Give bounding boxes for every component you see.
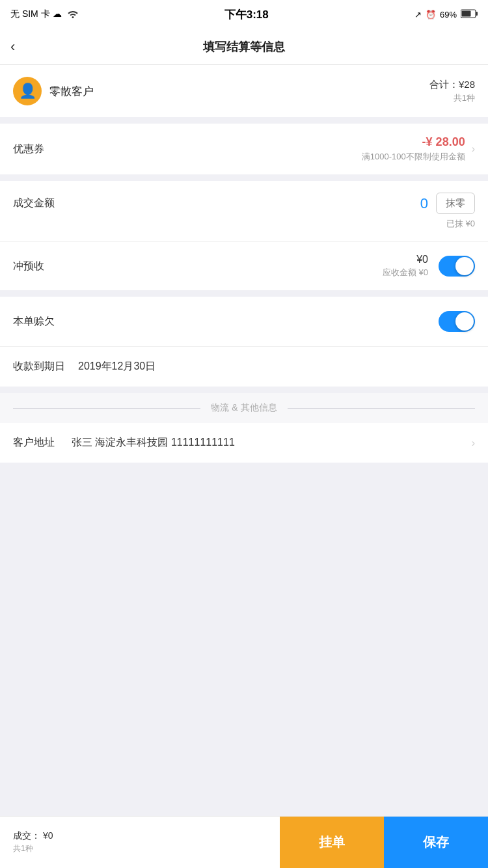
summary-deal-label: 成交： bbox=[13, 830, 40, 841]
logistics-section-header: 物流 & 其他信息 bbox=[0, 393, 488, 423]
location-icon: ↗ bbox=[414, 10, 422, 20]
coupon-discount: -¥ 28.00 bbox=[362, 135, 465, 149]
bottom-summary: 成交： ¥0 共1种 bbox=[0, 830, 280, 854]
deal-subtext: 已抹 ¥0 bbox=[13, 218, 475, 230]
deal-label: 成交金额 bbox=[13, 197, 55, 210]
status-left: 无 SIM 卡 ☁ bbox=[10, 8, 79, 20]
customer-total: 合计：¥28 bbox=[429, 79, 475, 91]
content: 👤 零散客户 合计：¥28 共1种 优惠券 -¥ 28.00 满1000-100… bbox=[0, 65, 488, 534]
toggle-knob bbox=[455, 257, 474, 275]
status-bar: 无 SIM 卡 ☁ 下午3:18 ↗ ⏰ 69% bbox=[0, 0, 488, 29]
prepay-row: 冲预收 ¥0 应收金额 ¥0 bbox=[0, 241, 488, 290]
section-line-left bbox=[13, 408, 200, 409]
deal-top: 成交金额 抹零 bbox=[13, 193, 475, 214]
round-zero-button[interactable]: 抹零 bbox=[436, 193, 475, 214]
person-icon: 👤 bbox=[19, 83, 36, 100]
svg-rect-1 bbox=[476, 12, 478, 16]
credit-toggle[interactable] bbox=[439, 311, 475, 332]
due-date-label: 收款到期日 bbox=[13, 360, 65, 373]
prepay-amount: ¥0 bbox=[383, 254, 428, 265]
customer-left: 👤 零散客户 bbox=[13, 77, 94, 105]
battery-icon bbox=[461, 9, 478, 20]
back-button[interactable]: ‹ bbox=[10, 38, 15, 55]
transaction-card: 成交金额 抹零 已抹 ¥0 冲预收 ¥0 应收金额 ¥0 bbox=[0, 181, 488, 290]
credit-row: 本单赊欠 bbox=[0, 297, 488, 346]
customer-row: 👤 零散客户 合计：¥28 共1种 bbox=[0, 65, 488, 117]
status-right: ↗ ⏰ 69% bbox=[414, 9, 478, 20]
section-line-right bbox=[288, 408, 475, 409]
deal-row: 成交金额 抹零 已抹 ¥0 bbox=[0, 181, 488, 241]
status-time: 下午3:18 bbox=[224, 7, 269, 22]
address-label: 客户地址 bbox=[13, 436, 65, 450]
page-title: 填写结算等信息 bbox=[203, 39, 285, 55]
due-date-row: 收款到期日 2019年12月30日 bbox=[0, 346, 488, 387]
coupon-subtext: 满1000-100不限制使用金额 bbox=[362, 151, 465, 163]
battery-label: 69% bbox=[440, 10, 457, 20]
nav-bar: ‹ 填写结算等信息 bbox=[0, 29, 488, 65]
credit-label: 本单赊欠 bbox=[13, 315, 55, 329]
save-button[interactable]: 保存 bbox=[384, 817, 488, 869]
no-sim-label: 无 SIM 卡 ☁ bbox=[10, 8, 62, 20]
prepay-toggle[interactable] bbox=[439, 256, 475, 277]
prepay-subtext: 应收金额 ¥0 bbox=[383, 267, 428, 278]
due-date-value: 2019年12月30日 bbox=[78, 360, 156, 373]
address-chevron-icon: › bbox=[472, 437, 475, 449]
chevron-right-icon: › bbox=[472, 143, 475, 155]
address-row[interactable]: 客户地址 张三 海淀永丰科技园 11111111111 › bbox=[0, 423, 488, 463]
prepay-right: ¥0 应收金额 ¥0 bbox=[383, 254, 475, 278]
coupon-right: -¥ 28.00 满1000-100不限制使用金额 › bbox=[362, 135, 475, 163]
bottom-bar: 成交： ¥0 共1种 挂单 保存 bbox=[0, 816, 488, 868]
credit-toggle-knob bbox=[455, 312, 474, 331]
customer-avatar: 👤 bbox=[13, 77, 42, 105]
address-value: 张三 海淀永丰科技园 11111111111 bbox=[72, 436, 472, 450]
hang-order-button[interactable]: 挂单 bbox=[280, 817, 384, 869]
bottom-summary-count: 共1种 bbox=[13, 843, 267, 854]
deal-right: 抹零 bbox=[376, 193, 475, 214]
address-card: 客户地址 张三 海淀永丰科技园 11111111111 › bbox=[0, 423, 488, 463]
prepay-values: ¥0 应收金额 ¥0 bbox=[383, 254, 428, 278]
credit-card: 本单赊欠 收款到期日 2019年12月30日 bbox=[0, 297, 488, 387]
customer-card: 👤 零散客户 合计：¥28 共1种 bbox=[0, 65, 488, 117]
deal-amount-input[interactable] bbox=[376, 195, 428, 212]
customer-name: 零散客户 bbox=[49, 84, 94, 99]
bottom-summary-label: 成交： ¥0 bbox=[13, 830, 267, 842]
coupon-row[interactable]: 优惠券 -¥ 28.00 满1000-100不限制使用金额 › bbox=[0, 124, 488, 174]
alarm-icon: ⏰ bbox=[426, 10, 436, 20]
logistics-label: 物流 & 其他信息 bbox=[211, 402, 277, 414]
coupon-card: 优惠券 -¥ 28.00 满1000-100不限制使用金额 › bbox=[0, 124, 488, 174]
coupon-label: 优惠券 bbox=[13, 142, 44, 156]
prepay-label: 冲预收 bbox=[13, 260, 44, 273]
svg-rect-2 bbox=[462, 10, 471, 16]
customer-count: 共1种 bbox=[429, 92, 475, 104]
wifi-icon bbox=[67, 9, 79, 20]
summary-deal-value: ¥0 bbox=[43, 830, 53, 841]
customer-summary: 合计：¥28 共1种 bbox=[429, 79, 475, 104]
